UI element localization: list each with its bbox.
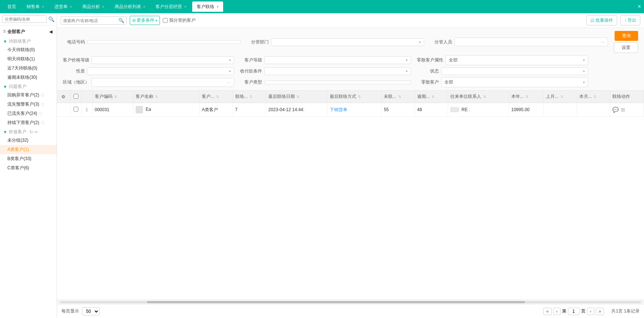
filter-region: 区域（地区） ···: [63, 78, 234, 87]
arrow-down-icon-3: ▼: [3, 130, 7, 135]
col-settings[interactable]: ⚙: [57, 91, 70, 103]
close-customer-contact-tab[interactable]: ×: [217, 5, 219, 9]
col-this-year[interactable]: 本年... ⇅: [509, 91, 544, 103]
col-code[interactable]: 客户编码 ⇅: [92, 91, 133, 103]
edit-icon[interactable]: ✏: [35, 130, 38, 135]
col-name[interactable]: 客户名称 ⇅: [133, 91, 200, 103]
last-page-btn[interactable]: »: [596, 308, 604, 315]
sidebar-item-unclassified[interactable]: 未分组(32): [0, 136, 57, 145]
section-pending-contact[interactable]: ▼ 待联络客户: [0, 37, 57, 45]
nature-chevron-icon: ▾: [229, 69, 231, 73]
sidebar-search-input[interactable]: [2, 15, 47, 23]
filter-icon: ⊟: [132, 18, 136, 23]
scroll-track[interactable]: [60, 301, 641, 303]
qr-icon[interactable]: ⊞: [621, 107, 625, 113]
refresh-icon[interactable]: ↻: [29, 130, 33, 135]
tab-purchase[interactable]: 进货单 ×: [50, 1, 76, 12]
filter-row-3: 性质 ▾ 收付款条件 ▾ 状态: [63, 67, 638, 75]
status-select[interactable]: ▾: [441, 67, 588, 75]
tab-product-analysis[interactable]: 商品分析 ×: [78, 1, 109, 12]
col-no-contact[interactable]: 未联... ⇅: [382, 91, 415, 103]
select-all-checkbox[interactable]: [74, 94, 78, 99]
tab-product-analysis-list[interactable]: 商品分析列表 ×: [110, 1, 150, 12]
more-filters-label: 更多条件: [137, 17, 154, 24]
col-class[interactable]: 客户... ⇅: [199, 91, 233, 103]
sidebar-item-overdue-pending[interactable]: 逾期未联络(30): [0, 73, 57, 82]
sidebar-item-continuous-decrease[interactable]: 持续下滑客户(2) ⓘ: [0, 118, 57, 127]
sidebar-item-tomorrow-pending[interactable]: 明天待联络(1): [0, 54, 57, 64]
settings-icon[interactable]: ⚙: [61, 94, 65, 99]
more-filters-btn[interactable]: ⊟ 更多条件 ▾: [130, 16, 160, 25]
query-btn[interactable]: 查询: [615, 31, 638, 41]
phone-input[interactable]: [87, 40, 241, 44]
first-page-btn[interactable]: «: [543, 308, 552, 315]
close-customer-segment-tab[interactable]: ×: [184, 5, 186, 9]
dots-icon: ⠿: [3, 29, 6, 34]
my-customer-checkbox[interactable]: [163, 18, 168, 23]
settings-btn[interactable]: 设置: [614, 42, 638, 53]
col-overdue[interactable]: 逾期... ⇅: [415, 91, 448, 103]
scroll-thumb[interactable]: [147, 301, 525, 303]
col-company-contact[interactable]: 往来单位联系人 ⇅: [448, 91, 509, 103]
customer-type-input[interactable]: [264, 81, 411, 84]
section-value-customers[interactable]: ▼ 价值客户 ↻ ✏: [0, 127, 57, 136]
my-customer-checkbox-wrap[interactable]: 我分管的客户: [163, 17, 196, 24]
sidebar-item-class-c[interactable]: C类客户(6): [0, 163, 57, 173]
sidebar-item-repeat-abnormal[interactable]: 回购异常客户(2) ⓘ: [0, 91, 57, 100]
sidebar-item-lost[interactable]: 已流失客户(24) ⓘ: [0, 109, 57, 118]
filter-customer-type: 客户类型: [240, 79, 411, 85]
table-wrapper: ⚙ 客户编码 ⇅ 客户名称 ⇅: [57, 91, 644, 300]
row-this-year-cell: 10995.00: [509, 103, 544, 117]
col-this-month[interactable]: 本月... ⇅: [577, 91, 610, 103]
col-last-contact-date[interactable]: 最后联络日期 ⇅: [266, 91, 328, 103]
sidebar-all-customers[interactable]: ⠿ 全部客户 ◀: [0, 27, 57, 37]
sort-last-month-icon: ⇅: [561, 95, 564, 99]
current-page-input[interactable]: [568, 308, 580, 315]
close-purchase-tab[interactable]: ×: [70, 5, 72, 9]
prev-page-btn[interactable]: ‹: [553, 308, 561, 315]
row-code-cell: 000031: [92, 103, 133, 117]
sidebar-search-icon[interactable]: 🔍: [48, 16, 54, 22]
payment-select[interactable]: ▾: [264, 67, 411, 75]
customer-level-select[interactable]: ▾: [264, 56, 411, 64]
row-company-contact-cell: RE .: [448, 103, 509, 117]
sidebar-item-today-pending[interactable]: 今天待联络(0): [0, 45, 57, 54]
tab-customer-contact[interactable]: 客户联络 ×: [192, 1, 223, 12]
tab-home[interactable]: 首页: [3, 1, 21, 12]
chat-icon[interactable]: 💬: [612, 107, 619, 113]
dept-select[interactable]: ▾: [271, 38, 425, 46]
row-checkbox[interactable]: [74, 107, 78, 112]
retail-attr-select[interactable]: 全部 ▾: [446, 55, 588, 65]
sidebar-item-class-b[interactable]: B类客户(33): [0, 154, 57, 163]
global-close-btn[interactable]: ×: [638, 3, 641, 10]
horizontal-scrollbar[interactable]: [57, 300, 644, 304]
region-select[interactable]: ···: [92, 78, 234, 87]
main-search-input[interactable]: [63, 18, 117, 23]
close-product-analysis-tab[interactable]: ×: [102, 5, 104, 9]
main-search-icon[interactable]: 🔍: [118, 18, 124, 23]
col-last-contact-method[interactable]: 最后联络方式 ⇅: [327, 91, 382, 103]
close-product-analysis-list-tab[interactable]: ×: [143, 5, 146, 9]
retail-customer-select[interactable]: 全部 ▾: [441, 77, 588, 87]
sidebar-item-week-pending[interactable]: 近7天待联络(0): [0, 64, 57, 73]
close-sales-tab[interactable]: ×: [42, 5, 44, 9]
nature-select[interactable]: ▾: [87, 67, 234, 75]
sidebar-item-class-a[interactable]: A类客户(1): [0, 145, 57, 154]
next-page-btn[interactable]: ›: [587, 308, 594, 315]
filter-price-level: 客户价格等级 ▾: [63, 56, 234, 64]
tab-sales[interactable]: 销售单 ×: [22, 1, 49, 12]
row-overdue-cell: 48: [415, 103, 448, 117]
manager-select[interactable]: ···: [454, 38, 608, 46]
collapse-all-btn[interactable]: ◀: [48, 29, 54, 35]
row-last-method-link[interactable]: 下销货单: [330, 107, 347, 112]
page-size-select[interactable]: 50: [82, 307, 100, 315]
row-contact-cell: 7: [233, 103, 266, 117]
sidebar-item-lost-warning[interactable]: 流失预警客户(3) ⓘ: [0, 100, 57, 109]
export-btn[interactable]: ↑ 导出: [620, 15, 640, 25]
col-last-month[interactable]: 上月... ⇅: [544, 91, 577, 103]
batch-op-btn[interactable]: ☑ 批量操作: [586, 15, 617, 25]
tab-customer-segment[interactable]: 客户分层经营 ×: [151, 1, 191, 12]
price-level-select[interactable]: ▾: [92, 56, 234, 64]
col-contact[interactable]: 联络... ⇅: [233, 91, 266, 103]
section-problem-customers[interactable]: ▼ 问题客户: [0, 82, 57, 91]
